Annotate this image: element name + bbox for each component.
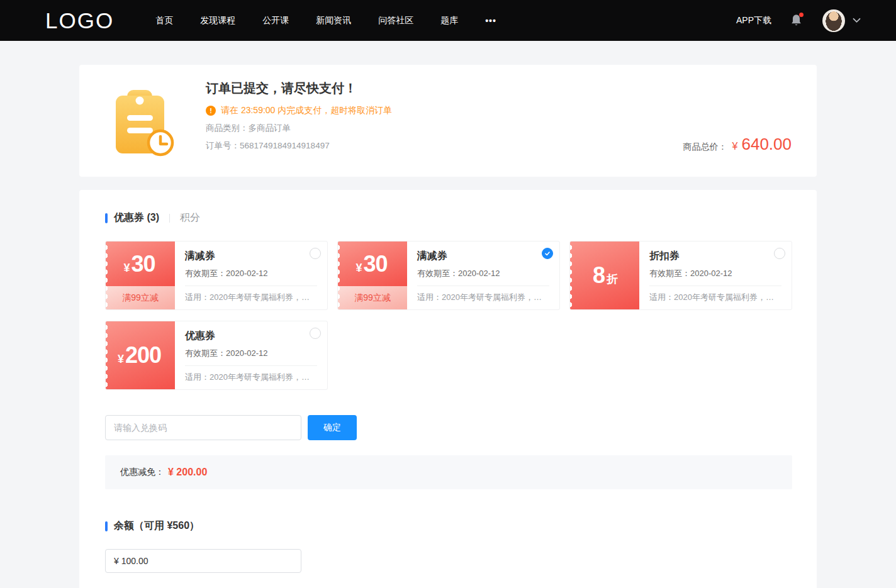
coupon-apply-scope: 适用：2020年考研专属福利券，以用... (185, 286, 317, 309)
nav-item-more[interactable]: ••• (485, 16, 496, 26)
order-banner: 订单已提交，请尽快支付！ ! 请在 23:59:00 内完成支付，超时将取消订单… (79, 65, 817, 177)
coupon-section-header: 优惠券 (3) 积分 (105, 211, 792, 225)
coupon-details: 满减券 有效期至：2020-02-12 适用：2020年考研专属福利券，以用..… (175, 241, 327, 309)
order-total-value: 640.00 (741, 135, 792, 154)
coupon-apply-scope: 适用：2020年考研专属福利券，以用... (649, 286, 781, 309)
order-deadline-text: 请在 23:59:00 内完成支付，超时将取消订单 (221, 105, 392, 116)
coupon-value-panel: ¥30 满99立减 (338, 241, 407, 309)
coupon-grid: ¥30 满99立减 满减券 有效期至：2020-02-12 适用：2020年考研… (105, 241, 792, 390)
order-deadline-warning: ! 请在 23:59:00 内完成支付，超时将取消订单 (206, 105, 392, 116)
warning-icon: ! (206, 106, 216, 116)
redeem-code-row: 确定 (105, 415, 792, 440)
coupon-value: 30 (363, 251, 387, 277)
balance-amount-input[interactable] (105, 549, 301, 573)
coupon-card[interactable]: ¥30 满99立减 满减券 有效期至：2020-02-12 适用：2020年考研… (337, 241, 560, 310)
coupon-value-panel: 8折 (570, 241, 639, 309)
app-download-link[interactable]: APP下载 (736, 15, 771, 26)
coupon-select-radio[interactable] (310, 248, 321, 259)
tab-coupons[interactable]: 优惠券 (3) (114, 211, 159, 225)
order-total: 商品总价： ¥ 640.00 (683, 135, 792, 154)
discount-label: 优惠减免： (120, 467, 164, 478)
coupon-expiry: 有效期至：2020-02-12 (185, 348, 317, 359)
coupon-expiry: 有效期至：2020-02-12 (417, 268, 549, 279)
coupon-expiry: 有效期至：2020-02-12 (649, 268, 781, 279)
coupon-apply-scope: 适用：2020年考研专属福利券，以用... (417, 286, 549, 309)
coupon-value-panel: ¥30 满99立减 (106, 241, 175, 309)
coupon-amount: ¥200 (118, 342, 163, 369)
logo[interactable]: LOGO (45, 8, 114, 33)
coupon-currency: ¥ (356, 262, 362, 275)
balance-section-header: 余额（可用 ¥560） (105, 519, 792, 533)
order-number-row: 订单号：5681749184914918497 (206, 140, 392, 152)
coupon-value-panel: ¥200 (106, 321, 175, 389)
redeem-confirm-button[interactable]: 确定 (308, 415, 357, 440)
chevron-down-icon[interactable] (853, 18, 861, 23)
coupon-card[interactable]: ¥30 满99立减 满减券 有效期至：2020-02-12 适用：2020年考研… (105, 241, 328, 310)
order-category-label: 商品类别： (206, 123, 249, 133)
section-accent-bar (105, 521, 108, 531)
section-accent-bar (105, 213, 108, 223)
coupon-expiry: 有效期至：2020-02-12 (185, 268, 317, 279)
coupon-value: 200 (125, 342, 161, 369)
nav-item-qa-community[interactable]: 问答社区 (378, 15, 413, 26)
order-info: 订单已提交，请尽快支付！ ! 请在 23:59:00 内完成支付，超时将取消订单… (206, 80, 392, 152)
nav-item-open-courses[interactable]: 公开课 (262, 15, 289, 26)
tab-divider (169, 214, 170, 223)
discount-value: ¥ 200.00 (168, 467, 207, 478)
coupon-title: 折扣券 (649, 250, 781, 263)
coupon-amount: ¥30 (356, 251, 389, 277)
nav-item-home[interactable]: 首页 (155, 15, 173, 26)
order-number-label: 订单号： (206, 141, 240, 150)
top-nav: LOGO 首页 发现课程 公开课 新闻资讯 问答社区 题库 ••• APP下载 (0, 0, 896, 41)
coupon-details: 满减券 有效期至：2020-02-12 适用：2020年考研专属福利券，以用..… (407, 241, 559, 309)
nav-item-news[interactable]: 新闻资讯 (316, 15, 351, 26)
tab-points[interactable]: 积分 (180, 211, 200, 225)
coupon-details: 折扣券 有效期至：2020-02-12 适用：2020年考研专属福利券，以用..… (639, 241, 792, 309)
coupon-select-radio[interactable] (774, 248, 785, 259)
coupon-title: 满减券 (185, 250, 317, 263)
coupon-select-radio[interactable] (542, 248, 553, 259)
coupon-value: 30 (131, 251, 155, 277)
coupon-title: 满减券 (417, 250, 549, 263)
order-total-label: 商品总价： (683, 141, 727, 153)
order-number-value: 5681749184914918497 (240, 141, 330, 150)
coupon-condition-badge: 满99立减 (338, 286, 407, 309)
coupon-title: 优惠券 (185, 330, 317, 343)
coupon-card[interactable]: ¥200 优惠券 有效期至：2020-02-12 适用：2020年考研专属福利券… (105, 321, 328, 390)
order-total-currency: ¥ (732, 141, 738, 152)
nav-links: 首页 发现课程 公开课 新闻资讯 问答社区 题库 ••• (155, 15, 524, 26)
page-content: 订单已提交，请尽快支付！ ! 请在 23:59:00 内完成支付，超时将取消订单… (79, 65, 817, 588)
coupon-currency: ¥ (123, 262, 130, 275)
coupon-amount: ¥30 (123, 251, 157, 277)
nav-item-question-bank[interactable]: 题库 (440, 15, 458, 26)
order-category-value: 多商品订单 (249, 123, 291, 133)
payment-options-card: 优惠券 (3) 积分 ¥30 满99立减 满减券 有效期至：2020-02-12… (79, 190, 817, 588)
order-title: 订单已提交，请尽快支付！ (206, 80, 392, 97)
redeem-code-input[interactable] (105, 415, 301, 440)
coupon-condition-badge: 满99立减 (106, 286, 175, 309)
coupon-value: 8 (593, 262, 605, 289)
notification-bell-icon[interactable] (790, 14, 802, 27)
notification-badge (799, 13, 804, 17)
coupon-card[interactable]: 8折 折扣券 有效期至：2020-02-12 适用：2020年考研专属福利券，以… (569, 241, 792, 310)
nav-right: APP下载 (736, 9, 861, 32)
coupon-details: 优惠券 有效期至：2020-02-12 适用：2020年考研专属福利券，以用..… (175, 321, 327, 389)
nav-item-discover-courses[interactable]: 发现课程 (200, 15, 235, 26)
discount-summary-bar: 优惠减免： ¥ 200.00 (105, 455, 792, 489)
coupon-select-radio[interactable] (310, 328, 321, 339)
coupon-currency: ¥ (118, 353, 124, 366)
order-clipboard-clock-icon (108, 87, 178, 158)
coupon-amount: 8折 (591, 262, 618, 289)
coupon-unit: 折 (607, 272, 618, 287)
coupon-apply-scope: 适用：2020年考研专属福利券，以用... (185, 365, 317, 389)
balance-title: 余额（可用 ¥560） (114, 519, 199, 533)
avatar[interactable] (822, 9, 845, 32)
order-category-row: 商品类别：多商品订单 (206, 123, 392, 134)
